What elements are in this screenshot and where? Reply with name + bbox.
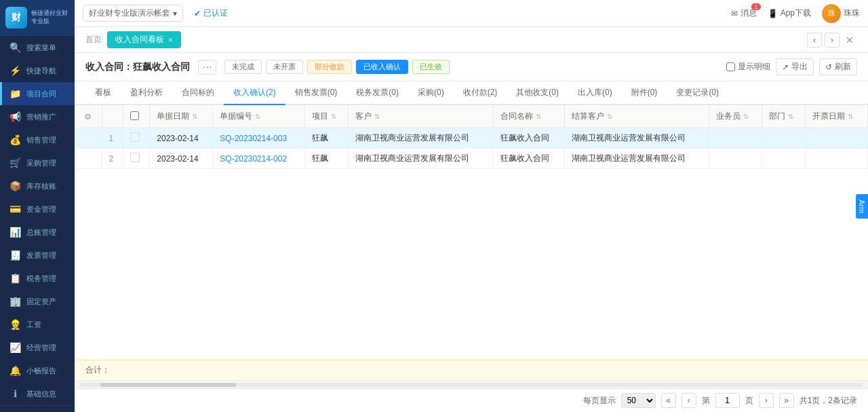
tab-warehouse[interactable]: 出入库(0) [568,81,622,105]
table-footer: 合计： [75,360,868,380]
show-detail-checkbox-input[interactable] [726,62,735,71]
sidebar-item-fixed-assets[interactable]: 🏢 固定资产 [0,290,75,313]
row-gear[interactable] [75,128,102,149]
sidebar-icon-project-contract: 📁 [9,88,21,100]
contract-name-col-header[interactable]: 合同名称⇅ [493,105,564,128]
scrollbar-thumb[interactable] [100,383,236,387]
sidebar-label-purchase-mgmt: 采购管理 [26,158,56,168]
sidebar-item-invoice-mgmt[interactable]: 🧾 发票管理 [0,244,75,267]
tab-tax_invoice[interactable]: 税务发票(0) [347,81,408,105]
tab-payment[interactable]: 收付款(2) [454,81,507,105]
first-page-button[interactable]: « [661,393,676,408]
sidebar-label-invoice-mgmt: 发票管理 [26,250,56,261]
row-gear[interactable] [75,149,102,169]
close-icon[interactable]: × [168,35,173,45]
content-header: 首页 收入合同看板 × ‹ › ✕ [75,27,868,53]
status-uninvoiced[interactable]: 未开票 [266,60,303,74]
breadcrumb-home[interactable]: 首页 [85,34,102,45]
tab-purchase[interactable]: 采购(0) [408,81,454,105]
sidebar-item-capital[interactable]: 💳 资金管理 [0,198,75,221]
message-button[interactable]: ✉ 消息 1 [731,7,757,19]
unpin-button[interactable]: 📌 取消固定 [0,406,75,412]
row-contract-name: 狂飙收入合同 [493,149,564,169]
bill-date2-col-header[interactable]: 开票日期⇅ [806,105,868,128]
message-icon: ✉ [731,9,738,18]
contract-title: 收入合同：狂飙收入合同 [85,61,190,73]
sidebar-icon-report: 🔔 [9,364,21,377]
prev-tab-button[interactable]: ‹ [807,33,822,48]
app-download-button[interactable]: 📱 App下载 [768,7,811,19]
next-page-button[interactable]: › [759,393,774,408]
row-checkbox[interactable] [123,128,150,149]
sidebar-item-tax-mgmt[interactable]: 📋 税务管理 [0,267,75,290]
tab-change_log[interactable]: 变更记录(0) [667,81,728,105]
status-effective[interactable]: 已生效 [412,60,450,74]
company-selector[interactable]: 好业财专业版演示帐套 ▾ [83,5,183,22]
sidebar-icon-purchase-mgmt: 🛒 [9,157,21,169]
next-tab-button[interactable]: › [825,33,840,48]
last-page-button[interactable]: » [779,393,794,408]
sidebar-item-sales-mgmt[interactable]: 💰 销售管理 [0,128,75,151]
export-button[interactable]: ↗ 导出 [776,58,814,75]
sidebar-label-marketing: 营销推广 [26,112,56,122]
gear-icon[interactable]: ⚙ [84,112,92,121]
sidebar-item-inventory[interactable]: 📦 库存核账 [0,174,75,198]
status-incomplete[interactable]: 未完成 [224,60,262,74]
chevron-down-icon: ▾ [173,9,177,18]
tab-profit[interactable]: 盈利分析 [121,81,172,105]
row-project: 狂飙 [304,128,348,149]
row-settle-customer: 湖南卫视商业运营发展有限公司 [564,128,709,149]
data-table: ⚙ 单据日期⇅ 单据编号⇅ 项目⇅ 客户⇅ 合同名称⇅ 结算客户⇅ 业务员⇅ 部… [75,105,868,169]
row-bill-no[interactable]: SQ-20230214-003 [213,128,304,149]
sidebar-item-marketing[interactable]: 📢 营销推广 [0,105,75,128]
sidebar-item-quick-nav[interactable]: ⚡ 快捷导航 [0,59,75,82]
more-button[interactable]: ··· [198,60,216,75]
department-col-header[interactable]: 部门⇅ [762,105,806,128]
avatar: 珠 [822,4,841,23]
close-tab-button[interactable]: ✕ [842,33,857,48]
tab-sales_invoice[interactable]: 销售发票(0) [285,81,347,105]
user-menu[interactable]: 珠 珠珠 [822,4,860,23]
horizontal-scrollbar[interactable] [75,380,868,388]
sidebar-icon-marketing: 📢 [9,111,21,123]
page-number-input[interactable] [715,393,740,408]
company-name: 好业财专业版演示帐套 [89,7,170,19]
contract-header: 收入合同：狂飙收入合同 ··· 未完成 未开票 部分收款 已收入确认 已生效 显… [75,53,868,81]
contract-board-tab[interactable]: 收入合同看板 × [107,31,181,48]
bill-date-col-header[interactable]: 单据日期⇅ [150,105,213,128]
show-detail-toggle[interactable]: 显示明细 [726,61,770,73]
row-salesperson [709,128,762,149]
tab-attachment[interactable]: 附件(0) [622,81,667,105]
sidebar-item-general-ledger[interactable]: 📊 总账管理 [0,221,75,244]
sidebar-item-purchase-mgmt[interactable]: 🛒 采购管理 [0,151,75,174]
right-float-button[interactable]: Arm [856,193,868,218]
select-all-checkbox[interactable] [130,111,139,120]
refresh-button[interactable]: ↺ 刷新 [819,58,857,75]
sidebar-item-search[interactable]: 🔍 搜索菜单 [0,36,75,59]
tab-other_income[interactable]: 其他收支(0) [507,81,568,105]
per-page-select[interactable]: 50 100 200 [621,393,656,408]
tab-kanban[interactable]: 看板 [85,81,121,105]
sidebar-label-general-ledger: 总账管理 [26,227,56,238]
salesperson-col-header[interactable]: 业务员⇅ [709,105,762,128]
prev-page-button[interactable]: ‹ [682,393,696,408]
status-partial[interactable]: 部分收款 [307,60,352,74]
sidebar-item-basic-info[interactable]: ℹ 基础信息 [0,382,75,405]
row-bill-no[interactable]: SQ-20230214-002 [213,149,304,169]
customer-col-header[interactable]: 客户⇅ [349,105,494,128]
sidebar-item-hr[interactable]: 👷 工资 [0,313,75,336]
sidebar-item-project-contract[interactable]: 📁 项目合同 [0,82,75,105]
sidebar-item-ops-mgmt[interactable]: 📈 经营管理 [0,336,75,359]
row-customer: 湖南卫视商业运营发展有限公司 [349,149,494,169]
settle-customer-col-header[interactable]: 结算客户⇅ [564,105,709,128]
sidebar-item-report[interactable]: 🔔 小畅报告 [0,359,75,382]
tab-revenue_confirm[interactable]: 收入确认(2) [224,81,285,105]
cert-badge: ✔ 已认证 [194,7,228,19]
tab-contract_standard[interactable]: 合同标的 [172,81,224,105]
row-checkbox[interactable] [123,149,150,169]
status-confirmed[interactable]: 已收入确认 [356,60,408,74]
bill-no-col-header[interactable]: 单据编号⇅ [213,105,304,128]
sub-tabs: 看板盈利分析合同标的收入确认(2)销售发票(0)税务发票(0)采购(0)收付款(… [75,81,868,105]
sidebar-label-basic-info: 基础信息 [26,389,56,399]
project-col-header[interactable]: 项目⇅ [304,105,348,128]
